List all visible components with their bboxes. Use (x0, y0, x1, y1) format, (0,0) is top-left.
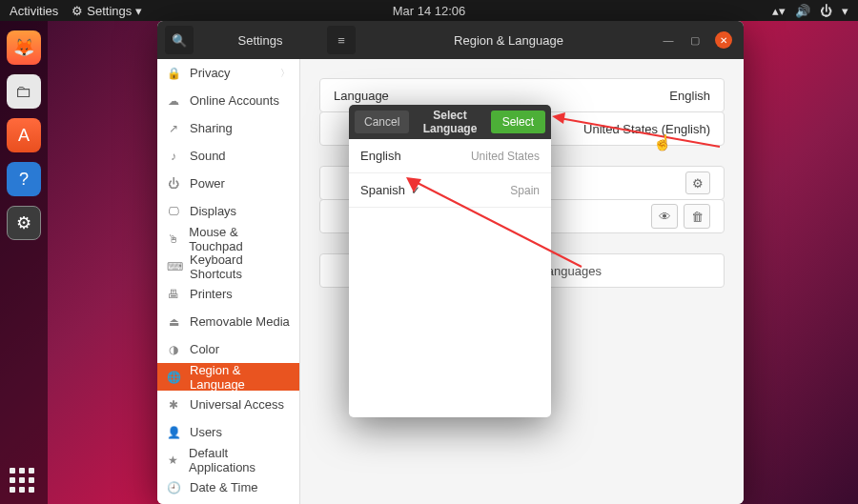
language-option-spanish[interactable]: Spanish✓Spain (349, 173, 551, 208)
sidebar-label: Power (190, 176, 225, 191)
dock-files[interactable]: 🗀 (7, 74, 41, 109)
cancel-button[interactable]: Cancel (355, 111, 409, 133)
minimize-button[interactable]: — (662, 33, 675, 47)
close-button[interactable]: ✕ (715, 31, 732, 49)
sidebar-label: Online Accounts (190, 93, 279, 108)
select-language-dialog: Cancel Select Language Select EnglishUni… (349, 105, 551, 417)
window-header: 🔍 Settings ≡ Region & Language — ▢ ✕ (157, 21, 744, 59)
language-option-english[interactable]: EnglishUnited States (349, 139, 551, 173)
dock-settings[interactable]: ⚙ (7, 206, 41, 240)
sidebar-icon: ◑ (167, 343, 180, 356)
trash-icon[interactable]: 🗑 (684, 204, 710, 229)
show-applications[interactable] (10, 468, 34, 493)
sidebar-icon: ↗ (167, 122, 180, 135)
sidebar-label: Date & Time (190, 480, 258, 494)
dialog-title: Select Language (415, 109, 484, 135)
sidebar-icon: ★ (167, 454, 179, 467)
sidebar-icon: ⏏ (167, 315, 180, 329)
sidebar-label: Mouse & Touchpad (189, 225, 290, 253)
sidebar-icon: ✱ (167, 398, 180, 412)
clock[interactable]: Mar 14 12:06 (393, 4, 466, 18)
sidebar-item-region-language[interactable]: 🌐Region & Language (157, 363, 299, 391)
sidebar-icon: 🖵 (167, 205, 180, 218)
sidebar-label: Privacy (190, 66, 231, 80)
app-menu[interactable]: ⚙Settings ▾ (72, 4, 142, 18)
chevron-down-icon[interactable]: ▾ (842, 4, 848, 18)
sidebar-item-universal-access[interactable]: ✱Universal Access (157, 391, 299, 418)
sidebar-icon: 👤 (167, 426, 180, 439)
sidebar-item-displays[interactable]: 🖵Displays (157, 197, 299, 225)
sidebar-label: Sharing (190, 121, 233, 135)
sidebar-label: Default Applications (189, 446, 290, 474)
language-value: English (669, 89, 710, 103)
network-icon[interactable]: ▴▾ (772, 4, 786, 18)
sidebar-item-mouse-touchpad[interactable]: 🖱Mouse & Touchpad (157, 225, 299, 252)
check-icon: ✓ (411, 184, 420, 197)
sidebar-icon: ⌨ (167, 260, 180, 273)
sidebar-item-power[interactable]: ⏻Power (157, 170, 299, 197)
hamburger-button[interactable]: ≡ (327, 26, 356, 54)
language-list: EnglishUnited StatesSpanish✓Spain (349, 139, 551, 208)
sidebar-icon: 🖱 (167, 232, 179, 246)
volume-icon[interactable]: 🔊 (795, 4, 810, 18)
sidebar-item-printers[interactable]: 🖶Printers (157, 280, 299, 308)
gear-icon[interactable]: ⚙ (685, 171, 710, 194)
sidebar-title: Settings (194, 33, 327, 48)
eye-icon[interactable]: 👁 (651, 204, 678, 229)
gnome-topbar: Activities ⚙Settings ▾ Mar 14 12:06 ▴▾ 🔊… (0, 0, 858, 21)
sidebar-label: Color (190, 342, 219, 356)
dock-software[interactable]: A (7, 118, 41, 152)
sidebar-label: Universal Access (190, 397, 284, 412)
select-button[interactable]: Select (491, 111, 545, 133)
sidebar-label: Region & Language (190, 363, 290, 392)
dock: 🦊 🗀 A ? ⚙ (0, 21, 48, 504)
language-label: Language (334, 89, 389, 103)
sidebar-item-sound[interactable]: ♪Sound (157, 142, 299, 170)
dialog-header: Cancel Select Language Select (349, 105, 551, 139)
dock-help[interactable]: ? (7, 162, 41, 196)
sidebar-label: Users (190, 425, 222, 439)
language-region: Spain (510, 184, 540, 197)
sidebar-icon: 🔒 (167, 67, 180, 80)
chevron-right-icon: 〉 (280, 67, 290, 80)
maximize-button[interactable]: ▢ (688, 33, 702, 47)
sidebar-item-color[interactable]: ◑Color (157, 335, 299, 363)
sidebar-icon: 🌐 (167, 371, 180, 384)
settings-sidebar: 🔒Privacy〉☁Online Accounts↗Sharing♪Sound⏻… (157, 59, 300, 504)
dock-firefox[interactable]: 🦊 (7, 30, 41, 65)
sidebar-item-removable-media[interactable]: ⏏Removable Media (157, 308, 299, 335)
sidebar-icon: 🖶 (167, 288, 180, 301)
sidebar-item-sharing[interactable]: ↗Sharing (157, 114, 299, 142)
sidebar-item-users[interactable]: 👤Users (157, 418, 299, 446)
sidebar-icon: 🕘 (167, 481, 180, 494)
sidebar-item-privacy[interactable]: 🔒Privacy〉 (157, 59, 299, 87)
sidebar-item-date-time[interactable]: 🕘Date & Time (157, 474, 299, 501)
sidebar-label: Keyboard Shortcuts (190, 252, 290, 281)
language-name: English (360, 149, 401, 163)
page-title: Region & Language (356, 33, 662, 48)
sidebar-icon: ☁ (167, 94, 180, 108)
sidebar-label: Removable Media (190, 314, 290, 329)
sidebar-icon: ♪ (167, 150, 180, 163)
search-button[interactable]: 🔍 (165, 26, 194, 54)
language-region: United States (471, 150, 540, 163)
language-name: Spanish (360, 183, 405, 197)
sidebar-item-keyboard-shortcuts[interactable]: ⌨Keyboard Shortcuts (157, 252, 299, 280)
sidebar-label: Displays (190, 204, 236, 218)
formats-value: United States (English) (583, 122, 710, 136)
power-icon[interactable]: ⏻ (820, 4, 832, 18)
sidebar-item-online-accounts[interactable]: ☁Online Accounts (157, 87, 299, 114)
sidebar-label: Sound (190, 149, 226, 163)
sidebar-item-default-applications[interactable]: ★Default Applications (157, 446, 299, 474)
sidebar-label: Printers (190, 287, 233, 301)
activities-button[interactable]: Activities (10, 4, 58, 18)
sidebar-icon: ⏻ (167, 177, 180, 191)
